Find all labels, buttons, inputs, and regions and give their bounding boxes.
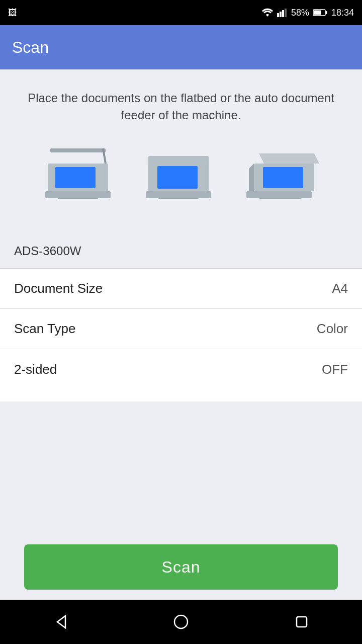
app-bar: Scan [0, 25, 362, 69]
two-sided-row[interactable]: 2-sided OFF [0, 349, 362, 389]
svg-rect-5 [314, 11, 321, 15]
svg-rect-10 [55, 167, 96, 188]
main-content: Place the documents on the flatbed or th… [0, 69, 362, 600]
scan-type-value: Color [317, 321, 348, 337]
svg-rect-6 [325, 11, 327, 14]
scan-button[interactable]: Scan [24, 544, 338, 590]
wifi-icon [262, 8, 273, 17]
svg-rect-12 [45, 191, 111, 198]
svg-point-25 [174, 615, 188, 628]
scanner-side-icon [241, 143, 322, 209]
two-sided-label: 2-sided [14, 362, 57, 377]
device-name: ADS-3600W [14, 244, 81, 258]
svg-rect-1 [280, 12, 282, 17]
svg-rect-26 [297, 617, 307, 627]
svg-marker-18 [259, 153, 319, 164]
instruction-text: Place the documents on the flatbed or th… [20, 90, 342, 123]
notification-icon: 🖼 [8, 8, 17, 18]
instruction-area: Place the documents on the flatbed or th… [0, 69, 362, 234]
svg-rect-23 [246, 191, 312, 198]
svg-rect-17 [146, 191, 211, 198]
battery-icon [313, 9, 327, 17]
device-label-area: ADS-3600W [0, 234, 362, 269]
scan-button-container: Scan [0, 534, 362, 600]
scanner-open-icon [40, 143, 121, 209]
home-button[interactable] [166, 607, 196, 637]
back-button[interactable] [45, 607, 75, 637]
signal-icon [277, 8, 287, 17]
document-size-row[interactable]: Document Size A4 [0, 269, 362, 309]
svg-rect-0 [277, 13, 279, 17]
time-display: 18:34 [331, 8, 354, 18]
svg-rect-7 [50, 148, 106, 152]
empty-space [0, 401, 362, 534]
two-sided-value: OFF [322, 362, 348, 377]
scanner-illustrations [20, 143, 342, 209]
document-size-value: A4 [332, 281, 348, 296]
recents-button[interactable] [287, 607, 317, 637]
svg-marker-24 [57, 616, 65, 628]
scan-type-label: Scan Type [14, 321, 75, 337]
svg-rect-3 [285, 9, 287, 17]
svg-rect-2 [282, 10, 284, 17]
svg-rect-15 [157, 166, 198, 189]
scanner-closed-icon [141, 143, 221, 209]
nav-bar [0, 600, 362, 644]
page-title: Scan [12, 38, 49, 57]
scan-type-row[interactable]: Scan Type Color [0, 309, 362, 349]
battery-percent: 58% [291, 8, 309, 18]
document-size-label: Document Size [14, 281, 103, 296]
svg-rect-21 [263, 167, 303, 188]
status-bar: 🖼 58% 18:34 [0, 0, 362, 25]
settings-list: Document Size A4 Scan Type Color 2-sided… [0, 269, 362, 401]
